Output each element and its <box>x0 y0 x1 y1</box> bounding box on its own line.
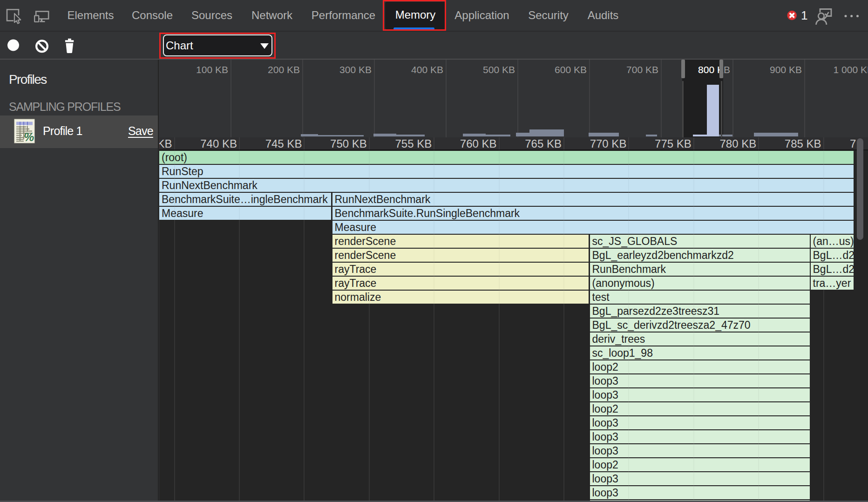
svg-text:%: % <box>24 130 34 143</box>
svg-text:1: 1 <box>801 8 807 22</box>
